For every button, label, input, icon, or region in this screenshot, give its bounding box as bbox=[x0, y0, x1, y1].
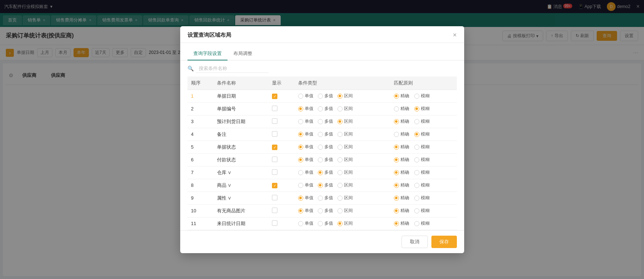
match-radio-模糊[interactable]: 模糊 bbox=[414, 182, 430, 188]
cell-match: 精确模糊 bbox=[390, 128, 457, 141]
match-radio-精确[interactable]: 精确 bbox=[394, 106, 409, 112]
match-radio-精确[interactable]: 精确 bbox=[394, 93, 409, 99]
type-radio-区间[interactable]: 区间 bbox=[337, 195, 353, 201]
type-radio-单值[interactable]: 单值 bbox=[298, 131, 313, 137]
match-radio-精确[interactable]: 精确 bbox=[394, 118, 409, 125]
radio-circle bbox=[337, 145, 343, 150]
type-radio-多值[interactable]: 多值 bbox=[318, 93, 333, 99]
type-radio-多值[interactable]: 多值 bbox=[318, 144, 333, 150]
type-radio-区间[interactable]: 区间 bbox=[337, 93, 353, 99]
type-radio-单值[interactable]: 单值 bbox=[298, 220, 313, 227]
type-radio-多值[interactable]: 多值 bbox=[318, 195, 333, 201]
radio-label: 单值 bbox=[305, 182, 313, 188]
type-radio-多值[interactable]: 多值 bbox=[318, 169, 333, 176]
radio-circle bbox=[298, 196, 303, 201]
type-radio-区间[interactable]: 区间 bbox=[337, 144, 353, 150]
match-radio-circle bbox=[394, 183, 399, 188]
cell-show[interactable] bbox=[268, 102, 294, 115]
show-checkbox[interactable] bbox=[272, 106, 277, 111]
type-radio-区间[interactable]: 区间 bbox=[337, 157, 353, 163]
type-radio-多值[interactable]: 多值 bbox=[318, 220, 333, 227]
cell-show[interactable] bbox=[268, 141, 294, 153]
cell-show[interactable] bbox=[268, 192, 294, 204]
match-radio-精确[interactable]: 精确 bbox=[394, 220, 409, 227]
type-radio-多值[interactable]: 多值 bbox=[318, 157, 333, 163]
show-checkbox[interactable] bbox=[272, 220, 277, 226]
show-checkbox[interactable] bbox=[272, 183, 277, 188]
cell-order: 4 bbox=[187, 128, 213, 141]
type-radio-多值[interactable]: 多值 bbox=[318, 208, 333, 214]
type-radio-单值[interactable]: 单值 bbox=[298, 182, 313, 188]
cell-show[interactable] bbox=[268, 179, 294, 192]
show-checkbox[interactable] bbox=[272, 131, 277, 137]
show-checkbox[interactable] bbox=[272, 145, 277, 150]
type-radio-区间[interactable]: 区间 bbox=[337, 208, 353, 214]
type-radio-区间[interactable]: 区间 bbox=[337, 182, 353, 188]
match-radio-精确[interactable]: 精确 bbox=[394, 208, 409, 214]
match-radio-模糊[interactable]: 模糊 bbox=[414, 208, 430, 214]
radio-circle bbox=[337, 157, 343, 162]
cell-show[interactable] bbox=[268, 204, 294, 217]
show-checkbox[interactable] bbox=[272, 195, 277, 200]
match-radio-精确[interactable]: 精确 bbox=[394, 144, 409, 150]
radio-label: 区间 bbox=[344, 195, 353, 201]
type-radio-单值[interactable]: 单值 bbox=[298, 169, 313, 176]
type-radio-区间[interactable]: 区间 bbox=[337, 169, 353, 176]
type-radio-区间[interactable]: 区间 bbox=[337, 118, 353, 125]
cell-show[interactable] bbox=[268, 166, 294, 179]
match-radio-精确[interactable]: 精确 bbox=[394, 182, 409, 188]
type-radio-单值[interactable]: 单值 bbox=[298, 93, 313, 99]
radio-label: 多值 bbox=[324, 157, 333, 163]
cell-show[interactable] bbox=[268, 153, 294, 166]
match-radio-模糊[interactable]: 模糊 bbox=[414, 118, 430, 125]
type-radio-单值[interactable]: 单值 bbox=[298, 118, 313, 125]
dialog-close-button[interactable]: × bbox=[453, 31, 457, 39]
match-radio-模糊[interactable]: 模糊 bbox=[414, 195, 430, 201]
cell-show[interactable] bbox=[268, 217, 294, 230]
type-radio-单值[interactable]: 单值 bbox=[298, 195, 313, 201]
show-checkbox[interactable] bbox=[272, 208, 277, 213]
dialog-title: 设置查询区域布局 bbox=[187, 32, 231, 39]
match-radio-模糊[interactable]: 模糊 bbox=[414, 106, 430, 112]
match-radio-模糊[interactable]: 模糊 bbox=[414, 220, 430, 227]
show-checkbox[interactable] bbox=[272, 157, 277, 162]
save-button[interactable]: 保存 bbox=[431, 236, 457, 248]
type-radio-单值[interactable]: 单值 bbox=[298, 144, 313, 150]
type-radio-多值[interactable]: 多值 bbox=[318, 182, 333, 188]
match-radio-模糊[interactable]: 模糊 bbox=[414, 157, 430, 163]
cancel-button[interactable]: 取消 bbox=[402, 236, 428, 248]
type-radio-多值[interactable]: 多值 bbox=[318, 131, 333, 137]
table-header: 顺序 条件名称 显示 条件类型 匹配原则 bbox=[187, 76, 457, 90]
type-radio-单值[interactable]: 单值 bbox=[298, 208, 313, 214]
cell-show[interactable] bbox=[268, 115, 294, 128]
table-row: 5单据状态单值多值区间精确模糊 bbox=[187, 141, 457, 153]
cell-type: 单值多值区间 bbox=[295, 192, 390, 204]
match-radio-精确[interactable]: 精确 bbox=[394, 131, 409, 137]
type-radio-多值[interactable]: 多值 bbox=[318, 106, 333, 112]
dialog-overlay: 设置查询区域布局 × 查询字段设置 布局调整 🔍 顺序 条件名称 bbox=[0, 0, 644, 279]
match-radio-精确[interactable]: 精确 bbox=[394, 195, 409, 201]
match-radio-模糊[interactable]: 模糊 bbox=[414, 144, 430, 150]
type-radio-区间[interactable]: 区间 bbox=[337, 106, 353, 112]
cell-name: 仓库 ∨ bbox=[213, 166, 269, 179]
show-checkbox[interactable] bbox=[272, 118, 277, 124]
type-radio-区间[interactable]: 区间 bbox=[337, 220, 353, 227]
radio-circle bbox=[298, 208, 303, 213]
type-radio-多值[interactable]: 多值 bbox=[318, 118, 333, 125]
cell-show[interactable] bbox=[268, 90, 294, 102]
show-checkbox[interactable] bbox=[272, 169, 277, 175]
type-radio-单值[interactable]: 单值 bbox=[298, 106, 313, 112]
dialog-tab-layout[interactable]: 布局调整 bbox=[228, 47, 258, 60]
dialog-tab-fields[interactable]: 查询字段设置 bbox=[187, 47, 228, 60]
type-radio-单值[interactable]: 单值 bbox=[298, 157, 313, 163]
match-radio-模糊[interactable]: 模糊 bbox=[414, 169, 430, 176]
cell-order: 8 bbox=[187, 179, 213, 192]
type-radio-区间[interactable]: 区间 bbox=[337, 131, 353, 137]
search-input[interactable] bbox=[196, 64, 269, 73]
match-radio-精确[interactable]: 精确 bbox=[394, 169, 409, 176]
match-radio-模糊[interactable]: 模糊 bbox=[414, 93, 430, 99]
match-radio-模糊[interactable]: 模糊 bbox=[414, 131, 430, 137]
match-radio-精确[interactable]: 精确 bbox=[394, 157, 409, 163]
cell-show[interactable] bbox=[268, 128, 294, 141]
show-checkbox[interactable] bbox=[272, 94, 277, 99]
